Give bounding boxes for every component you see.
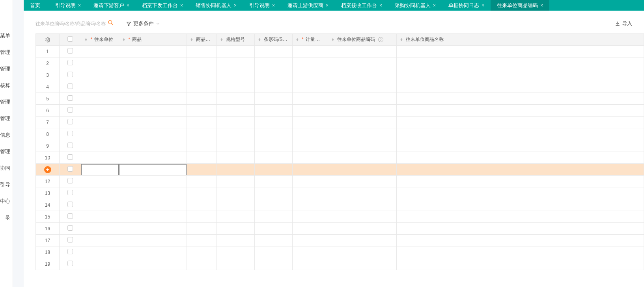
cell-col-goods[interactable] bbox=[119, 93, 187, 105]
cell-col-name[interactable] bbox=[397, 176, 644, 187]
cell-col-code[interactable] bbox=[328, 69, 397, 81]
cell-col-spec[interactable] bbox=[217, 187, 255, 199]
row-checkbox-cell[interactable] bbox=[60, 140, 81, 152]
cell-col-goodsl[interactable] bbox=[187, 258, 217, 270]
cell-col-goodsl[interactable] bbox=[187, 69, 217, 81]
row-checkbox-cell[interactable] bbox=[60, 57, 81, 69]
tab[interactable]: 引导说明× bbox=[49, 0, 87, 11]
cell-col-uom[interactable] bbox=[293, 235, 328, 246]
cell-col-uom[interactable] bbox=[293, 211, 328, 223]
cell-col-name[interactable] bbox=[397, 164, 644, 176]
cell-col-goods[interactable] bbox=[119, 117, 187, 128]
row-checkbox-cell[interactable] bbox=[60, 117, 81, 128]
close-icon[interactable]: × bbox=[127, 3, 129, 8]
cell-col-code[interactable] bbox=[328, 46, 397, 57]
cell-col-unit[interactable] bbox=[81, 223, 119, 235]
row-checkbox-cell[interactable] bbox=[60, 246, 81, 258]
row-checkbox[interactable] bbox=[67, 166, 73, 172]
row-checkbox-cell[interactable] bbox=[60, 128, 81, 140]
row-checkbox-cell[interactable] bbox=[60, 81, 81, 93]
tab[interactable]: 档案下发工作台× bbox=[136, 0, 189, 11]
close-icon[interactable]: × bbox=[433, 3, 436, 8]
sidebar-item[interactable]: 管理 bbox=[0, 44, 13, 61]
sidebar-item[interactable]: 管理 bbox=[0, 143, 13, 160]
cell-col-unit[interactable] bbox=[81, 140, 119, 152]
sidebar-item[interactable]: 管理 bbox=[0, 61, 13, 77]
close-icon[interactable]: × bbox=[180, 3, 183, 8]
cell-col-goodsl[interactable] bbox=[187, 223, 217, 235]
cell-col-goods[interactable] bbox=[119, 152, 187, 164]
row-add-cell[interactable]: + bbox=[36, 164, 60, 176]
cell-col-goodsl[interactable] bbox=[187, 187, 217, 199]
row-checkbox[interactable] bbox=[67, 225, 73, 231]
cell-col-code[interactable] bbox=[328, 164, 397, 176]
close-icon[interactable]: × bbox=[326, 3, 329, 8]
cell-col-uom[interactable] bbox=[293, 105, 328, 117]
cell-col-bar[interactable] bbox=[255, 164, 293, 176]
cell-col-uom[interactable] bbox=[293, 69, 328, 81]
row-checkbox[interactable] bbox=[67, 154, 73, 160]
cell-col-goods[interactable] bbox=[119, 57, 187, 69]
close-icon[interactable]: × bbox=[482, 3, 484, 8]
cell-col-bar[interactable] bbox=[255, 128, 293, 140]
close-icon[interactable]: × bbox=[78, 3, 81, 8]
tab[interactable]: 采购协同机器人× bbox=[388, 0, 442, 11]
close-icon[interactable]: × bbox=[379, 3, 382, 8]
row-checkbox-cell[interactable] bbox=[60, 223, 81, 235]
cell-col-uom[interactable] bbox=[293, 164, 328, 176]
col-goods-header[interactable]: ▲▼ * 商品 bbox=[119, 34, 187, 46]
cell-col-spec[interactable] bbox=[217, 211, 255, 223]
cell-col-goods[interactable] bbox=[119, 235, 187, 246]
tab[interactable]: 单据协同日志× bbox=[442, 0, 491, 11]
close-icon[interactable]: × bbox=[234, 3, 237, 8]
cell-col-goodsl[interactable] bbox=[187, 105, 217, 117]
cell-col-name[interactable] bbox=[397, 57, 644, 69]
cell-col-goodsl[interactable] bbox=[187, 128, 217, 140]
col-checkbox-header[interactable] bbox=[60, 34, 81, 46]
cell-col-goods[interactable] bbox=[119, 223, 187, 235]
row-checkbox-cell[interactable] bbox=[60, 258, 81, 270]
cell-col-code[interactable] bbox=[328, 235, 397, 246]
cell-col-uom[interactable] bbox=[293, 57, 328, 69]
cell-col-code[interactable] bbox=[328, 211, 397, 223]
tab[interactable]: 销售协同机器人× bbox=[189, 0, 243, 11]
cell-col-unit[interactable] bbox=[81, 105, 119, 117]
cell-col-goodsl[interactable] bbox=[187, 46, 217, 57]
cell-col-code[interactable] bbox=[328, 152, 397, 164]
cell-col-goods[interactable] bbox=[119, 46, 187, 57]
more-conditions-button[interactable]: 更多条件 bbox=[126, 20, 160, 27]
cell-col-goodsl[interactable] bbox=[187, 164, 217, 176]
cell-col-uom[interactable] bbox=[293, 140, 328, 152]
cell-col-spec[interactable] bbox=[217, 199, 255, 211]
col-name-header[interactable]: ▲▼ 往来单位商品名称 bbox=[397, 34, 644, 46]
sidebar-item[interactable]: 管理 bbox=[0, 110, 13, 127]
cell-col-goods[interactable] bbox=[119, 258, 187, 270]
row-checkbox-cell[interactable] bbox=[60, 235, 81, 246]
cell-col-spec[interactable] bbox=[217, 81, 255, 93]
row-checkbox[interactable] bbox=[67, 261, 73, 266]
row-checkbox[interactable] bbox=[67, 48, 73, 54]
cell-col-goodsl[interactable] bbox=[187, 93, 217, 105]
cell-col-spec[interactable] bbox=[217, 246, 255, 258]
cell-col-name[interactable] bbox=[397, 199, 644, 211]
cell-col-name[interactable] bbox=[397, 211, 644, 223]
cell-col-unit[interactable] bbox=[81, 258, 119, 270]
cell-col-goodsl[interactable] bbox=[187, 152, 217, 164]
cell-col-code[interactable] bbox=[328, 199, 397, 211]
cell-col-uom[interactable] bbox=[293, 187, 328, 199]
cell-col-code[interactable] bbox=[328, 128, 397, 140]
cell-col-code[interactable] bbox=[328, 81, 397, 93]
cell-col-code[interactable] bbox=[328, 176, 397, 187]
cell-col-code[interactable] bbox=[328, 246, 397, 258]
row-checkbox-cell[interactable] bbox=[60, 152, 81, 164]
sidebar-item[interactable]: 管理 bbox=[0, 94, 13, 110]
row-checkbox-cell[interactable] bbox=[60, 187, 81, 199]
sidebar-item[interactable]: 中心 bbox=[0, 193, 13, 209]
row-checkbox[interactable] bbox=[67, 72, 73, 77]
cell-col-name[interactable] bbox=[397, 69, 644, 81]
cell-col-bar[interactable] bbox=[255, 246, 293, 258]
tab[interactable]: 引导说明× bbox=[243, 0, 281, 11]
cell-col-name[interactable] bbox=[397, 105, 644, 117]
cell-col-goods[interactable] bbox=[119, 128, 187, 140]
cell-col-name[interactable] bbox=[397, 140, 644, 152]
